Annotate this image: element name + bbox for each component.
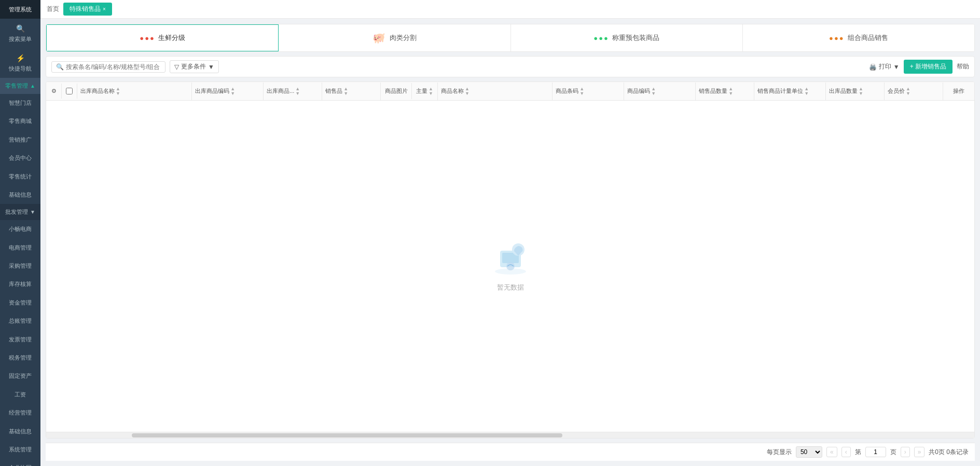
sidebar-item-retail[interactable]: 零售管理 ▲ [0, 78, 40, 94]
search-box: 🔍 [51, 61, 165, 73]
search-input[interactable] [66, 63, 159, 71]
weigh-pack-icon: ●●● [593, 34, 608, 42]
sidebar-item-basic-info2[interactable]: 基础信息 [0, 422, 40, 441]
th-settings[interactable]: ⚙ [46, 84, 62, 99]
sidebar-item-quick-nav[interactable]: ⚡ 快捷导航 [0, 48, 40, 78]
new-sale-item-button[interactable]: + 新增销售品 [904, 60, 953, 74]
empty-state: 暂无数据 [46, 101, 974, 432]
sort-icon: ▲▼ [295, 87, 300, 96]
sidebar-item-ops-mgmt[interactable]: 经营管理 [0, 404, 40, 422]
sidebar-item-tax[interactable]: 税务管理 [0, 349, 40, 367]
sidebar-item-smart-store[interactable]: 智慧门店 [0, 94, 40, 112]
sidebar-item-finance[interactable]: 资金管理 [0, 294, 40, 312]
th-out-name[interactable]: 出库商品名称 ▲▼ [77, 83, 192, 100]
sidebar-item-mini-ecom[interactable]: 小畅电商 [0, 220, 40, 238]
sidebar-item-inventory[interactable]: 库存核算 [0, 275, 40, 293]
page-size-select[interactable]: 10 20 50 100 [796, 446, 822, 458]
sort-icon: ▲▼ [651, 87, 656, 96]
tab-combo[interactable]: ●●● 组合商品销售 [743, 24, 974, 51]
horizontal-scrollbar[interactable] [46, 432, 974, 438]
sidebar-item-search-menu[interactable]: 🔍 搜索菜单 [0, 19, 40, 48]
sidebar-item-wholesale[interactable]: 批发管理 ▼ [0, 204, 40, 220]
topbar: 首页 特殊销售品 × [40, 0, 980, 19]
next-page-button[interactable]: › [901, 447, 910, 457]
sort-icon: ▲▼ [230, 87, 235, 96]
search-icon: 🔍 [56, 63, 64, 71]
prev-page-button[interactable]: ‹ [841, 447, 851, 457]
tab-fresh-grade[interactable]: ●●● 生鲜分级 [46, 24, 279, 52]
tab-meat-cut[interactable]: 🐖 肉类分割 [279, 24, 510, 51]
empty-illustration [490, 240, 531, 277]
scroll-thumb[interactable] [132, 433, 562, 437]
pagination: 每页显示 10 20 50 100 « ‹ 第 页 › » 共0页 0条记录 [46, 443, 975, 461]
fresh-grade-icon: ●●● [140, 34, 154, 42]
sidebar-item-ecom-mgmt[interactable]: 电商管理 [0, 239, 40, 257]
th-ops: 操作 [943, 83, 974, 99]
th-out-qty[interactable]: 出库品数量 ▲▼ [826, 83, 885, 100]
filter-icon: ▽ [174, 63, 179, 71]
sort-icon: ▲▼ [343, 87, 348, 96]
print-arrow-icon: ▼ [893, 63, 900, 71]
th-sale-qty[interactable]: 销售品数量 ▲▼ [696, 83, 754, 100]
sidebar: 管理系统 🔍 搜索菜单 ⚡ 快捷导航 零售管理 ▲ 智慧门店 零售商城 营销推广… [0, 0, 40, 466]
toolbar: 🔍 ▽ 更多条件 ▼ 🖨️ 打印 ▼ + 新增销售品 帮助 [46, 56, 975, 77]
retail-arrow-icon: ▲ [30, 83, 35, 89]
th-check[interactable] [62, 84, 77, 99]
filter-button[interactable]: ▽ 更多条件 ▼ [170, 60, 219, 73]
sort-icon: ▲▼ [465, 87, 470, 96]
th-out-spec[interactable]: 出库商品... ▲▼ [264, 83, 322, 100]
th-main[interactable]: 主量 ▲▼ [412, 83, 438, 100]
th-barcode[interactable]: 商品条码 ▲▼ [553, 83, 624, 100]
meat-cut-icon: 🐖 [372, 32, 385, 44]
current-tab[interactable]: 特殊销售品 × [63, 3, 112, 16]
page-number-input[interactable] [865, 447, 886, 457]
category-tabs: ●●● 生鲜分级 🐖 肉类分割 ●●● 称重预包装商品 ●●● 组合商品销售 [46, 24, 975, 52]
sidebar-item-general-ledger[interactable]: 总账管理 [0, 312, 40, 330]
table-header: ⚙ 出库商品名称 ▲▼ 出库商品编码 ▲▼ 出库商品... ▲▼ 销售品 [46, 82, 974, 101]
filter-arrow-icon: ▼ [208, 63, 214, 71]
sort-icon: ▲▼ [579, 87, 584, 96]
th-prod-code[interactable]: 商品编码 ▲▼ [624, 83, 696, 100]
sort-icon: ▲▼ [859, 87, 863, 96]
sidebar-item-invoice[interactable]: 发票管理 [0, 331, 40, 349]
sidebar-item-retail-stats[interactable]: 零售统计 [0, 168, 40, 186]
sidebar-item-promotion[interactable]: 营销推广 [0, 131, 40, 149]
th-out-code[interactable]: 出库商品编码 ▲▼ [192, 83, 264, 100]
wholesale-arrow-icon: ▼ [30, 209, 35, 215]
combo-icon: ●●● [829, 34, 844, 42]
sort-icon: ▲▼ [804, 87, 809, 96]
tab-weigh-pack[interactable]: ●●● 称重预包装商品 [511, 24, 743, 51]
print-button[interactable]: 🖨️ 打印 ▼ [869, 62, 900, 71]
sidebar-item-basic-info[interactable]: 基础信息 [0, 186, 40, 204]
table-area: ⚙ 出库商品名称 ▲▼ 出库商品编码 ▲▼ 出库商品... ▲▼ 销售品 [46, 81, 975, 438]
print-icon: 🖨️ [869, 63, 877, 71]
content-area: ●●● 生鲜分级 🐖 肉类分割 ●●● 称重预包装商品 ●●● 组合商品销售 [40, 19, 980, 466]
sidebar-item-retail-mall[interactable]: 零售商城 [0, 112, 40, 130]
sort-icon: ▲▼ [429, 87, 433, 96]
sidebar-item-wages[interactable]: 工资 [0, 386, 40, 404]
sidebar-item-company[interactable]: 企业协同 [0, 459, 40, 466]
last-page-button[interactable]: » [914, 447, 925, 457]
sidebar-logo: 管理系统 [0, 0, 40, 19]
main-area: 首页 特殊销售品 × ●●● 生鲜分级 🐖 肉类分割 ●●● 称重 [40, 0, 980, 466]
sort-icon: ▲▼ [906, 87, 910, 96]
home-link[interactable]: 首页 [47, 5, 59, 13]
th-member-price[interactable]: 会员价 ▲▼ [885, 83, 943, 100]
select-all-checkbox[interactable] [66, 88, 73, 94]
flash-icon: ⚡ [16, 53, 25, 64]
sidebar-item-fixed-assets[interactable]: 固定资产 [0, 367, 40, 385]
toolbar-left: 🔍 ▽ 更多条件 ▼ [51, 60, 219, 73]
th-prod-name[interactable]: 商品名称 ▲▼ [438, 83, 553, 100]
search-icon: 🔍 [16, 24, 25, 34]
toolbar-right: 🖨️ 打印 ▼ + 新增销售品 帮助 [869, 60, 969, 74]
sidebar-item-member[interactable]: 会员中心 [0, 149, 40, 167]
sidebar-item-system[interactable]: 系统管理 [0, 441, 40, 459]
th-sale-unit[interactable]: 销售商品计量单位 ▲▼ [754, 83, 826, 100]
th-sale-item[interactable]: 销售品 ▲▼ [322, 83, 381, 100]
sort-icon: ▲▼ [728, 87, 733, 96]
help-button[interactable]: 帮助 [957, 62, 969, 71]
sidebar-item-purchase[interactable]: 采购管理 [0, 257, 40, 275]
tab-close-icon[interactable]: × [103, 6, 106, 12]
sort-icon: ▲▼ [116, 87, 120, 96]
first-page-button[interactable]: « [826, 447, 837, 457]
